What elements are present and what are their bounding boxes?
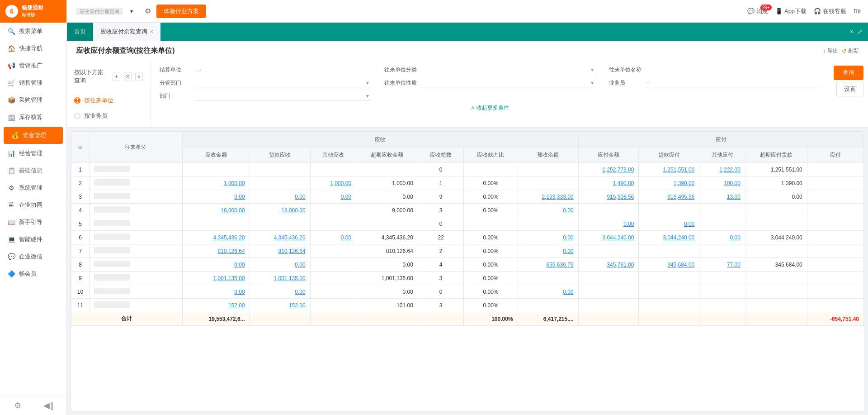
sidebar-collapse-btn[interactable]: ◀‖ xyxy=(36,401,62,410)
table-row: 3 0.00 0.00 0.00 0.00 9 0.00% 2,153,333.… xyxy=(71,190,864,204)
radio-salesperson xyxy=(74,113,80,119)
th-payable-other: 应付 xyxy=(807,148,863,163)
filter-collapse-button[interactable]: « xyxy=(135,72,143,81)
th-group-receivable: 应收 xyxy=(182,132,578,148)
sidebar-settings-btn[interactable]: ⚙ xyxy=(5,401,31,410)
row-partner xyxy=(90,299,183,312)
department-label: 部门 xyxy=(160,92,191,100)
salesperson-label: 业务员 xyxy=(609,79,641,87)
tab-bar: 首页 应收应付余额查询 × × ⤢ xyxy=(67,23,868,41)
sidebar-item-member[interactable]: 🔷畅会员 xyxy=(0,265,66,282)
row-partner xyxy=(90,163,183,176)
th-group-payable: 应付 xyxy=(578,132,863,148)
tab-close-all[interactable]: × xyxy=(850,28,854,35)
sidebar-item-operations[interactable]: 📊经营管理 xyxy=(0,145,66,162)
message-badge: 99+ xyxy=(760,5,772,10)
partner-name-input[interactable] xyxy=(645,66,820,74)
sidebar-item-purchase[interactable]: 📦采购管理 xyxy=(0,91,66,109)
partner-category-select[interactable]: ▾ xyxy=(420,66,595,74)
query-button[interactable]: 查询 xyxy=(834,66,863,80)
table-row: 2 1,000.00 1,000.00 1,000.00 1 0.00% 1,4… xyxy=(71,176,864,190)
row-partner xyxy=(90,217,183,231)
filter-salesperson: 业务员 ··· xyxy=(609,79,820,87)
table-settings-icon[interactable]: ⚙ xyxy=(78,144,83,151)
row-partner xyxy=(90,285,183,299)
sidebar-item-wechat[interactable]: 💬企业微信 xyxy=(0,248,66,265)
row-idx: 9 xyxy=(71,272,90,285)
tab-fullscreen[interactable]: ⤢ xyxy=(857,28,863,35)
sidebar-item-warehouse[interactable]: 🏢库存核算 xyxy=(0,109,66,126)
app-download-label: App下载 xyxy=(784,7,807,15)
main-content: 应收应付余额查询(按往来单位) ↑ 导出 ↺ 刷新 按以下方案查询 xyxy=(67,41,868,415)
basicinfo-icon: 📋 xyxy=(7,167,15,174)
collapse-button[interactable]: ∧ 收起更多条件 xyxy=(160,102,820,114)
filter-partner-nature: 往来单位性质 ▾ xyxy=(384,79,595,87)
sidebar-label-marketing: 营销推广 xyxy=(19,62,42,70)
th-prepaid-balance: 预收余额 xyxy=(518,148,578,163)
sidebar-item-enterprise[interactable]: 🏛企业协同 xyxy=(0,196,66,214)
sidebar-item-finance[interactable]: 💰资金管理 xyxy=(4,127,63,144)
sidebar-item-quicknav[interactable]: 🏠快捷导航 xyxy=(0,40,66,57)
tab-close-icon[interactable]: × xyxy=(150,29,153,35)
logo-icon: 6 xyxy=(5,5,18,18)
partner-category-label: 往来单位分类 xyxy=(384,66,417,74)
logo-sub: 标准版 xyxy=(22,12,43,18)
tab-home[interactable]: 首页 xyxy=(67,23,93,41)
collapse-label: 收起更多条件 xyxy=(476,105,509,111)
app-download-button[interactable]: 📱 App下载 xyxy=(775,7,807,15)
partner-nature-label: 往来单位性质 xyxy=(384,79,417,87)
row-partner xyxy=(90,258,183,272)
refresh-button[interactable]: ↺ 刷新 xyxy=(842,47,859,55)
logo-name: 畅捷通财 xyxy=(22,5,43,12)
sidebar-item-hardware[interactable]: 💻智能硬件 xyxy=(0,231,66,248)
sidebar-label-search: 搜索菜单 xyxy=(19,27,42,35)
ar-tab-label: 应收应付余额查询 xyxy=(100,28,147,36)
tab-ar-balance[interactable]: 应收应付余额查询 × xyxy=(93,23,160,41)
settings-button[interactable]: 设置 xyxy=(836,82,863,96)
filter-body: 按以下方案查询 + ⊙ « 按往来单位 按业务员 xyxy=(67,61,868,127)
header-breadcrumb: 应收应付余额查询 xyxy=(74,8,125,15)
table-scroll[interactable]: ⚙ 往来单位 应收 应付 应收金额 贷款应收 其他应收 超期应收金额 应收笔数 xyxy=(71,132,864,411)
row-idx: 4 xyxy=(71,204,90,217)
dept-manager-select[interactable]: ▾ xyxy=(195,79,371,87)
online-service-button[interactable]: 🎧 在线客服 xyxy=(814,7,846,15)
export-button[interactable]: ↑ 导出 xyxy=(823,47,838,55)
row-idx: 5 xyxy=(71,217,90,231)
option-salesperson-label: 按业务员 xyxy=(84,112,108,120)
page-title: 应收应付余额查询(按往来单位) xyxy=(76,46,175,56)
sidebar-item-marketing[interactable]: 📢营销推广 xyxy=(0,57,66,74)
purchase-icon: 📦 xyxy=(7,96,15,104)
sidebar-item-search[interactable]: 🔍搜索菜单 xyxy=(0,23,66,40)
settings-icon[interactable]: ⚙ xyxy=(145,7,151,15)
row-partner xyxy=(90,204,183,217)
filter-add-button[interactable]: + xyxy=(113,72,120,81)
department-select[interactable]: ▾ xyxy=(195,92,371,100)
partner-name-field[interactable] xyxy=(647,67,818,73)
user-profile[interactable]: Rit xyxy=(854,8,861,14)
filter-settings-button[interactable]: ⊙ xyxy=(124,72,132,81)
partner-name-label: 往来单位名称 xyxy=(609,66,642,74)
partner-nature-select[interactable]: ▾ xyxy=(420,79,595,87)
sidebar-item-guide[interactable]: 📖新手引导 xyxy=(0,214,66,231)
message-button[interactable]: 💬 消息 99+ xyxy=(747,7,768,15)
sidebar-item-sales[interactable]: 🛒销售管理 xyxy=(0,74,66,91)
trial-cta-button[interactable]: 体验行业方案 xyxy=(156,5,206,18)
refresh-icon: ↺ xyxy=(842,48,846,54)
sidebar-item-system[interactable]: ⚙系统管理 xyxy=(0,179,66,196)
table-row: 6 4,345,436.20 4,345,436.20 0.00 4,345,4… xyxy=(71,231,864,244)
breadcrumb-dropdown[interactable]: ▾ xyxy=(130,8,139,14)
filter-dept-manager: 分管部门 ▾ xyxy=(160,79,371,87)
sidebar-label-basicinfo: 基础信息 xyxy=(19,167,42,175)
sidebar-item-basicinfo[interactable]: 📋基础信息 xyxy=(0,162,66,179)
row-idx: 2 xyxy=(71,176,90,190)
query-option-partner[interactable]: 按往来单位 xyxy=(67,93,150,108)
sidebar-label-enterprise: 企业协同 xyxy=(19,201,42,209)
table-row: 5 0 0.00 0.00 xyxy=(71,217,864,231)
table-row: 4 18,000.00 18,000.00 9,000.00 3 0.00% 0… xyxy=(71,204,864,217)
query-option-salesperson[interactable]: 按业务员 xyxy=(67,108,150,124)
top-header: 应收应付余额查询 ▾ ⚙ 体验行业方案 💬 消息 99+ 📱 App下载 🎧 在… xyxy=(67,0,868,23)
th-settings[interactable]: ⚙ xyxy=(71,132,90,163)
filter-section: 按以下方案查询 + ⊙ « 按往来单位 按业务员 xyxy=(67,61,868,128)
th-other-payable: 其他应付 xyxy=(699,148,745,163)
header-right: 💬 消息 99+ 📱 App下载 🎧 在线客服 Rit xyxy=(747,7,861,15)
